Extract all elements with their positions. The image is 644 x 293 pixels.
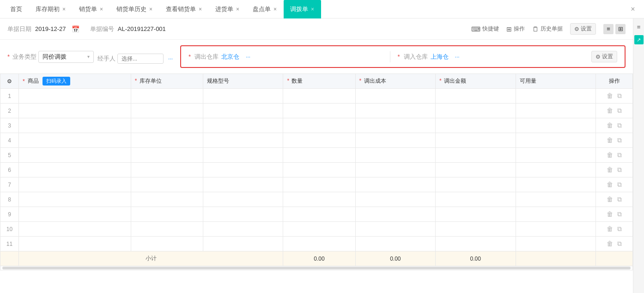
scan-input-btn[interactable]: 扫码录入 [43,77,70,85]
delete-btn-2[interactable]: 🗑 [607,107,613,114]
tab-close-inventory[interactable]: × [273,6,277,12]
cell-amount-3[interactable] [436,118,516,133]
tab-inventory[interactable]: 盘点单 × [246,0,284,18]
cell-qty-6[interactable] [283,163,355,177]
cell-product-4[interactable] [19,133,131,148]
cell-spec-8[interactable] [203,192,283,207]
cell-cost-10[interactable] [355,222,435,237]
settings-btn[interactable]: ⚙ 设置 [570,23,596,35]
view-toggle-grid[interactable]: ⊞ [615,24,626,34]
cell-qty-11[interactable] [283,237,355,251]
cell-qty-5[interactable] [283,148,355,163]
cell-available-9[interactable] [516,207,595,222]
tab-close-sales-history[interactable]: × [149,6,152,12]
cell-available-4[interactable] [516,133,595,148]
window-close-button[interactable]: × [626,2,640,17]
cell-cost-2[interactable] [355,104,435,118]
cell-product-1[interactable] [19,89,131,104]
cell-cost-6[interactable] [355,163,435,177]
delete-btn-4[interactable]: 🗑 [607,136,613,144]
cell-spec-5[interactable] [203,148,283,163]
in-warehouse-more-icon[interactable]: ··· [455,54,460,60]
tab-close-sales-order[interactable]: × [100,6,103,12]
cell-unit-5[interactable] [131,148,203,163]
cell-spec-11[interactable] [203,237,283,251]
business-type-select[interactable]: 同价调拨 ▾ [38,51,94,63]
cell-qty-2[interactable] [283,104,355,118]
history-btn[interactable]: 🗒 历史单据 [532,25,563,33]
cell-product-7[interactable] [19,177,131,192]
cell-spec-4[interactable] [203,133,283,148]
cell-product-2[interactable] [19,104,131,118]
copy-btn-4[interactable]: ⧉ [617,136,622,144]
cell-spec-2[interactable] [203,104,283,118]
cell-available-7[interactable] [516,177,595,192]
cell-product-10[interactable] [19,222,131,237]
delete-btn-11[interactable]: 🗑 [607,240,613,247]
tab-inventory-init[interactable]: 库存期初 × [29,0,73,18]
warehouse-settings-btn[interactable]: ⚙ 设置 [591,51,617,62]
delete-btn-10[interactable]: 🗑 [607,225,613,232]
person-more-icon[interactable]: ··· [168,55,173,62]
tab-home[interactable]: 首页 [4,0,29,18]
delete-btn-7[interactable]: 🗑 [607,181,613,188]
cell-unit-4[interactable] [131,133,203,148]
cell-cost-7[interactable] [355,177,435,192]
cell-amount-10[interactable] [436,222,516,237]
cell-unit-10[interactable] [131,222,203,237]
tab-close-purchase[interactable]: × [236,6,239,12]
cell-available-5[interactable] [516,148,595,163]
tab-close-view-sales[interactable]: × [199,6,202,12]
cell-cost-9[interactable] [355,207,435,222]
tab-close-transfer[interactable]: × [311,6,314,12]
view-toggle-list[interactable]: ≡ [603,24,614,34]
cell-unit-8[interactable] [131,192,203,207]
cell-product-8[interactable] [19,192,131,207]
cell-product-5[interactable] [19,148,131,163]
cell-unit-3[interactable] [131,118,203,133]
cell-cost-11[interactable] [355,237,435,251]
horizontal-scrollbar[interactable] [2,267,631,269]
cell-unit-2[interactable] [131,104,203,118]
cell-amount-4[interactable] [436,133,516,148]
copy-btn-1[interactable]: ⧉ [617,92,622,99]
cell-qty-3[interactable] [283,118,355,133]
cell-available-2[interactable] [516,104,595,118]
cell-amount-2[interactable] [436,104,516,118]
cell-amount-9[interactable] [436,207,516,222]
cell-spec-3[interactable] [203,118,283,133]
tab-transfer[interactable]: 调拨单 × [284,0,321,18]
cell-spec-9[interactable] [203,207,283,222]
cell-cost-4[interactable] [355,133,435,148]
th-gear[interactable]: ⚙ [0,74,19,89]
cell-qty-4[interactable] [283,133,355,148]
delete-btn-9[interactable]: 🗑 [607,210,613,218]
copy-btn-3[interactable]: ⧉ [617,122,622,129]
cell-product-6[interactable] [19,163,131,177]
person-input[interactable] [117,54,164,64]
copy-btn-6[interactable]: ⧉ [617,166,622,173]
cell-qty-1[interactable] [283,89,355,104]
delete-btn-1[interactable]: 🗑 [607,92,613,99]
cell-unit-1[interactable] [131,89,203,104]
delete-btn-5[interactable]: 🗑 [607,151,613,159]
cell-qty-10[interactable] [283,222,355,237]
cell-amount-11[interactable] [436,237,516,251]
cell-product-9[interactable] [19,207,131,222]
cell-cost-1[interactable] [355,89,435,104]
copy-btn-11[interactable]: ⧉ [617,240,622,247]
copy-btn-8[interactable]: ⧉ [617,195,622,203]
cell-amount-7[interactable] [436,177,516,192]
cell-qty-7[interactable] [283,177,355,192]
cell-cost-8[interactable] [355,192,435,207]
out-warehouse-more-icon[interactable]: ··· [246,54,250,60]
cell-product-3[interactable] [19,118,131,133]
cell-product-11[interactable] [19,237,131,251]
operations-btn[interactable]: ⊞ 操作 [506,25,525,33]
cell-spec-10[interactable] [203,222,283,237]
cell-amount-1[interactable] [436,89,516,104]
tab-sales-history[interactable]: 销货单历史 × [110,0,159,18]
cell-unit-6[interactable] [131,163,203,177]
cell-spec-7[interactable] [203,177,283,192]
delete-btn-3[interactable]: 🗑 [607,122,613,129]
